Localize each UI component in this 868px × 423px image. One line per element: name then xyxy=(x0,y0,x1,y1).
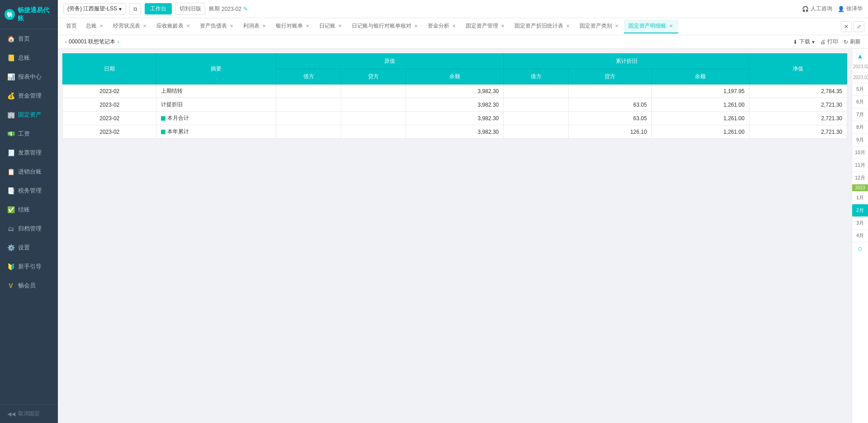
tab-close-fixed-detail[interactable]: ✕ xyxy=(668,23,674,29)
tab-profit[interactable]: 利润表 ✕ xyxy=(239,19,271,33)
panel-year-2023-header2[interactable]: 2023.02 xyxy=(852,72,868,83)
tab-fixed-category[interactable]: 固定资产类别 ✕ xyxy=(575,19,624,33)
tab-reconcile[interactable]: 日记账与银行对账单核对 ✕ xyxy=(347,19,423,33)
sidebar-item-report[interactable]: 📊 报表中心 xyxy=(0,67,58,86)
user-service[interactable]: 🎧 人工咨询 xyxy=(802,5,832,13)
panel-month-1[interactable]: 1月 xyxy=(852,192,868,204)
tab-fund-analysis[interactable]: 资金分析 ✕ xyxy=(423,19,461,33)
tab-close-ledger[interactable]: ✕ xyxy=(99,23,104,29)
sidebar-item-tax[interactable]: 📑 税务管理 xyxy=(0,181,58,200)
table-row[interactable]: 2023-02 计提折旧 3,982.30 63.05 1,261.00 2,7… xyxy=(63,98,847,112)
tab-close-fund[interactable]: ✕ xyxy=(451,23,457,29)
sidebar-label-payroll: 工资 xyxy=(18,130,30,138)
sidebar-item-invoice[interactable]: 🧾 发票管理 xyxy=(0,143,58,162)
tab-close-receivable[interactable]: ✕ xyxy=(185,23,191,29)
panel-year-2023[interactable]: 2023 xyxy=(852,184,868,192)
tab-close-journal[interactable]: ✕ xyxy=(337,23,343,29)
sidebar-item-sales[interactable]: 📋 进销台账 xyxy=(0,162,58,181)
panel-year-2023-header1[interactable]: 2023.02 xyxy=(852,61,868,72)
panel-month-6[interactable]: 6月 xyxy=(852,96,868,108)
row-2-orig-credit xyxy=(341,112,406,125)
col-header-net: 净值 xyxy=(749,54,847,85)
panel-up-arrow[interactable]: ▲ xyxy=(855,51,865,61)
col-header-orig-credit: 贷方 xyxy=(341,69,406,85)
panel-month-7[interactable]: 7月 xyxy=(852,108,868,121)
print-button[interactable]: 🖨 打印 xyxy=(820,38,838,46)
row-0-date: 2023-02 xyxy=(63,85,156,98)
panel-month-3[interactable]: 3月 xyxy=(852,217,868,230)
tab-label-fixed-mgmt: 固定资产管理 xyxy=(466,22,498,30)
tab-ledger[interactable]: 总账 ✕ xyxy=(81,19,108,33)
old-version-button[interactable]: 切到旧版 xyxy=(175,3,205,15)
breadcrumb-left-arrow[interactable]: ‹ xyxy=(65,39,67,45)
panel-down-circle[interactable]: ○ xyxy=(856,242,864,255)
tab-fixed-management[interactable]: 固定资产管理 ✕ xyxy=(461,19,510,33)
table-row[interactable]: 2023-02 上期结转 3,982.30 1,197.95 2,784.35 xyxy=(63,85,847,98)
table-row[interactable]: 2023-02 本月合计 3,982.30 63.05 1,261.00 2,7… xyxy=(63,112,847,125)
tab-label-fixed-cat: 固定资产类别 xyxy=(580,22,612,30)
tab-close-fixed-cat[interactable]: ✕ xyxy=(614,23,619,29)
tab-label-fixed-detail: 固定资产明细账 xyxy=(628,22,666,30)
sidebar-label-member: 畅会员 xyxy=(18,282,36,290)
tab-depreciation-stat[interactable]: 固定资产折旧统计表 ✕ xyxy=(510,19,575,33)
close-all-tabs-button[interactable]: ✕ xyxy=(841,21,852,32)
tab-bank-statement[interactable]: 银行对账单 ✕ xyxy=(271,19,315,33)
tab-close-dep-stat[interactable]: ✕ xyxy=(565,23,571,29)
row-1-orig-credit xyxy=(341,98,406,112)
copy-button[interactable]: ⧉ xyxy=(129,3,141,15)
period-edit-icon[interactable]: ✎ xyxy=(243,6,248,12)
panel-month-12[interactable]: 12月 xyxy=(852,172,868,184)
row-2-net: 2,721.30 xyxy=(749,112,847,125)
panel-month-8[interactable]: 8月 xyxy=(852,121,868,134)
workbench-button[interactable]: 工作台 xyxy=(145,3,172,14)
download-button[interactable]: ⬇ 下载 ▾ xyxy=(793,38,815,46)
refresh-button[interactable]: ↻ 刷新 xyxy=(844,38,861,46)
sidebar-item-fund[interactable]: 💰 资金管理 xyxy=(0,86,58,105)
user-avatar-area[interactable]: 👤 徐泽华 xyxy=(838,5,863,13)
sidebar-item-settings[interactable]: ⚙️ 设置 xyxy=(0,238,58,257)
tab-balance-sheet[interactable]: 资产负债表 ✕ xyxy=(195,19,239,33)
tab-close-balance[interactable]: ✕ xyxy=(229,23,234,29)
row-0-dep-credit xyxy=(568,85,651,98)
tab-journal[interactable]: 日记账 ✕ xyxy=(315,19,347,33)
panel-month-10[interactable]: 10月 xyxy=(852,146,868,159)
username: 徐泽华 xyxy=(846,5,863,13)
panel-month-4[interactable]: 4月 xyxy=(852,230,868,242)
row-1-dep-credit: 63.05 xyxy=(568,98,651,112)
sidebar-pin-toggle[interactable]: ◀◀ 取消固定 xyxy=(0,404,58,423)
tab-close-bank[interactable]: ✕ xyxy=(305,23,310,29)
tab-close-reconcile[interactable]: ✕ xyxy=(413,23,419,29)
tab-label-fund: 资金分析 xyxy=(428,22,449,30)
panel-month-5[interactable]: 5月 xyxy=(852,83,868,96)
tab-close-fixed-mgmt[interactable]: ✕ xyxy=(500,23,505,29)
row-2-orig-balance: 3,982.30 xyxy=(406,112,504,125)
avatar-icon: 👤 xyxy=(838,6,844,12)
sidebar-item-home[interactable]: 🏠 首页 xyxy=(0,29,58,48)
panel-month-11[interactable]: 11月 xyxy=(852,159,868,172)
table-row[interactable]: 2023-02 本年累计 3,982.30 126.10 1,261.00 2,… xyxy=(63,125,847,139)
row-1-orig-balance: 3,982.30 xyxy=(406,98,504,112)
tab-fixed-detail[interactable]: 固定资产明细账 ✕ xyxy=(624,19,678,33)
tab-receivable[interactable]: 应收账龄表 ✕ xyxy=(152,19,195,33)
row-3-orig-debit xyxy=(276,125,341,139)
tab-management-status[interactable]: 经营状况表 ✕ xyxy=(108,19,152,33)
panel-month-2[interactable]: 2月 xyxy=(852,204,868,217)
pin-label: 取消固定 xyxy=(18,410,40,418)
sidebar-item-settle[interactable]: ✅ 结账 xyxy=(0,200,58,219)
sidebar-item-payroll[interactable]: 💵 工资 xyxy=(0,124,58,143)
sidebar-item-member[interactable]: V 畅会员 xyxy=(0,276,58,295)
fullscreen-button[interactable]: ⤢ xyxy=(854,21,864,32)
breadcrumb-right-arrow[interactable]: › xyxy=(117,39,119,45)
company-selector[interactable]: (劳务) 江西服望-LSS ▾ xyxy=(63,3,126,14)
row-3-net: 2,721.30 xyxy=(749,125,847,139)
tab-close-profit[interactable]: ✕ xyxy=(261,23,267,29)
company-dropdown-icon: ▾ xyxy=(119,6,122,12)
sidebar-item-ledger[interactable]: 📒 总账 xyxy=(0,48,58,67)
sidebar-item-guide[interactable]: 🔰 新手引导 xyxy=(0,257,58,276)
tab-close-management[interactable]: ✕ xyxy=(142,23,147,29)
sidebar-item-archive[interactable]: 🗂 归档管理 xyxy=(0,219,58,238)
sidebar-item-fixed[interactable]: 🏢 固定资产 xyxy=(0,105,58,124)
panel-month-9[interactable]: 9月 xyxy=(852,134,868,146)
period-label: 账期 xyxy=(209,5,220,13)
tab-home[interactable]: 首页 xyxy=(61,19,81,33)
